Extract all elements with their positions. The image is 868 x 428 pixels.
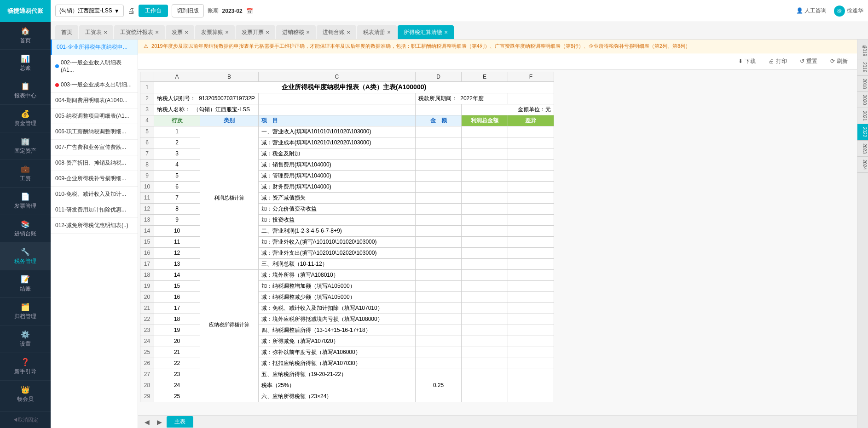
close-tab-sales-audit[interactable]: ✕ <box>306 30 310 35</box>
year-2022[interactable]: 2022 <box>857 124 868 140</box>
sidebar-item-finance[interactable]: 💰 资金管理 <box>0 105 51 132</box>
item-cell[interactable]: 四、纳税调整后所得（13-14+15-16-17+18） <box>258 325 415 336</box>
item-cell[interactable]: 六、应纳所得税额（23×24） <box>258 391 415 402</box>
item-cell[interactable]: 减：营业外支出(填写A102010\102020\103000) <box>258 247 415 258</box>
sub-item-012[interactable]: 012-减免所得税优惠明细表(..) <box>51 218 138 234</box>
sidebar-item-tax[interactable]: 🔧 税务管理 <box>0 243 51 270</box>
app-logo: 畅捷通易代账 <box>0 0 51 22</box>
sidebar-item-guide[interactable]: ❓ 新手引导 <box>0 353 51 381</box>
print-icon[interactable]: 🖨 <box>127 7 135 15</box>
sub-item-011[interactable]: 011-研发费用加计扣除优惠... <box>51 202 138 218</box>
item-cell[interactable]: 减：所得减免（填写A107020） <box>258 336 415 347</box>
work-button[interactable]: 工作台 <box>139 5 168 17</box>
close-tab-invoice-issue[interactable]: ✕ <box>266 30 269 35</box>
close-tab-sales-ledger[interactable]: ✕ <box>347 30 350 35</box>
sub-item-006[interactable]: 006-职工薪酬纳税调整明细... <box>51 124 138 140</box>
item-cell[interactable]: 加：营业外收入(填写A101010\101020\103000) <box>258 236 415 247</box>
item-cell[interactable]: 减：资产减值损失 <box>258 192 415 203</box>
item-cell[interactable]: 减：税金及附加 <box>258 148 415 159</box>
year-2021[interactable]: 2021 <box>857 108 868 124</box>
row-num-3: 3 <box>140 104 154 115</box>
close-tab-tax-list[interactable]: ✕ <box>387 30 391 35</box>
item-cell[interactable]: 减：境外应税所得抵减境内亏损（填写A108000） <box>258 314 415 325</box>
item-cell[interactable]: 税率（25%） <box>258 380 415 391</box>
sub-item-001[interactable]: 001-企业所得税年度纳税申... <box>51 40 138 55</box>
header-leibie: 类别 <box>200 115 258 126</box>
sub-item-label: 005-纳税调整项目明细表(A1... <box>55 112 129 120</box>
tab-payroll-stats[interactable]: 工资统计报表 ✕ <box>114 25 165 39</box>
sidebar-item-payroll[interactable]: 💼 工资 <box>0 160 51 188</box>
sidebar-item-home[interactable]: 🏠 首页 <box>0 22 51 50</box>
sidebar-item-closing[interactable]: 📝 结账 <box>0 270 51 298</box>
year-2023[interactable]: 2023 <box>857 141 868 157</box>
sub-item-005[interactable]: 005-纳税调整项目明细表(A1... <box>51 108 138 124</box>
item-cell[interactable]: 减：财务费用(填写A104000) <box>258 181 415 192</box>
sub-item-009[interactable]: 009-企业所得税补亏损明细... <box>51 171 138 187</box>
year-2016[interactable]: 2016 <box>857 59 868 75</box>
close-tab-invoice[interactable]: ✕ <box>185 30 188 35</box>
year-2020[interactable]: 2020 <box>857 92 868 108</box>
sidebar-item-invoice[interactable]: 📄 发票管理 <box>0 188 51 215</box>
year-2024[interactable]: 2024 <box>857 157 868 173</box>
service-label[interactable]: 👤 人工咨询 <box>796 7 827 15</box>
download-button[interactable]: ⬇ 下载 <box>735 56 759 67</box>
tab-home[interactable]: 首页 <box>55 25 78 39</box>
close-tab-payroll-stats[interactable]: ✕ <box>155 30 159 35</box>
year-2018[interactable]: 2018 <box>857 76 868 92</box>
refresh-button[interactable]: ⟳ 刷新 <box>827 56 851 67</box>
item-cell[interactable]: 减：销售费用(填写A104000) <box>258 159 415 170</box>
table-row: 29 25 六、应纳所得税额（23×24） <box>140 391 554 402</box>
item-cell[interactable]: 减：抵扣应纳税所得额（填写A107030） <box>258 358 415 369</box>
item-cell[interactable]: 二、营业利润(1-2-3-4-5-6-7-8+9) <box>258 225 415 236</box>
sidebar-item-settings[interactable]: ⚙️ 设置 <box>0 325 51 353</box>
sub-item-010[interactable]: 010-免税、减计收入及加计... <box>51 187 138 202</box>
switch-version-button[interactable]: 切到旧版 <box>172 4 204 17</box>
tab-payroll[interactable]: 工资表 ✕ <box>79 25 113 39</box>
table-row: 18 14 应纳税所得额计算 减：境外所得（填写A108010） <box>140 269 554 280</box>
close-tab-payroll[interactable]: ✕ <box>104 30 107 35</box>
sidebar-item-assets[interactable]: 🏢 固定资产 <box>0 132 51 160</box>
currency-label: 金额单位：元 <box>462 104 554 115</box>
sidebar-item-archive[interactable]: 🗂️ 归档管理 <box>0 298 51 325</box>
sub-item-002[interactable]: 002-一般企业收入明细表(A1... <box>51 55 138 77</box>
item-cell[interactable]: 加：投资收益 <box>258 214 415 225</box>
sub-item-004[interactable]: 004-期间费用明细表(A1040... <box>51 93 138 108</box>
sub-item-008[interactable]: 008-资产折旧、摊销及纳税... <box>51 155 138 171</box>
item-cell[interactable]: 加：公允价值变动收益 <box>258 203 415 214</box>
tab-invoice[interactable]: 发票 ✕ <box>166 25 194 39</box>
sheet-nav-prev[interactable]: ◀ <box>142 417 152 427</box>
print-button[interactable]: 🖨 打印 <box>765 56 791 67</box>
item-cell[interactable]: 减：营业成本(填写A102010\102020\103000) <box>258 137 415 148</box>
item-cell[interactable]: 减：管理费用(填写A104000) <box>258 170 415 181</box>
sub-item-003[interactable]: 003-一般企业成本支出明细... <box>51 77 138 93</box>
tab-tax-list[interactable]: 税表清册 ✕ <box>357 25 397 39</box>
sidebar-item-reports[interactable]: 📋 报表中心 <box>0 77 51 105</box>
item-cell[interactable]: 五、应纳税所得额（19-20-21-22） <box>258 369 415 380</box>
sidebar-item-sales[interactable]: 📚 进销台账 <box>0 215 51 243</box>
item-cell[interactable]: 减：弥补以前年度亏损（填写A106000） <box>258 347 415 358</box>
close-tab-income-tax[interactable]: ✕ <box>444 30 448 35</box>
settings-icon: ⚙️ <box>21 330 30 339</box>
rate-value[interactable]: 0.25 <box>415 380 461 391</box>
item-cell[interactable]: 一、营业收入(填写A101010\101020\103000) <box>258 126 415 137</box>
item-cell[interactable]: 减：境外所得（填写A108010） <box>258 269 415 280</box>
sidebar-item-member[interactable]: 👑 畅会员 <box>0 381 51 408</box>
tab-invoice-issue[interactable]: 发票开票 ✕ <box>236 25 275 39</box>
item-cell[interactable]: 减：纳税调整减少额（填写A105000） <box>258 291 415 302</box>
tab-sales-ledger[interactable]: 进销台账 ✕ <box>317 25 356 39</box>
year-2019[interactable]: 2019 <box>857 43 868 59</box>
item-cell[interactable]: 三、利润总额（10-11-12） <box>258 258 415 269</box>
sheet-nav-next[interactable]: ▶ <box>154 417 165 427</box>
tab-sales-audit[interactable]: 进销稽核 ✕ <box>276 25 316 39</box>
tab-income-tax[interactable]: 所得税汇算清缴 ✕ <box>398 25 454 39</box>
sub-item-007[interactable]: 007-广告费和业务宣传费跌... <box>51 140 138 155</box>
item-cell[interactable]: 加：纳税调整增加额（填写A105000） <box>258 280 415 291</box>
company-selector[interactable]: (勾销）江西服宝-LSS ▼ <box>55 5 124 17</box>
sidebar-toggle[interactable]: ◀取消固定 <box>0 411 51 428</box>
sheet-tab-main[interactable]: 主表 <box>167 416 193 428</box>
sidebar-item-ledger[interactable]: 📊 总账 <box>0 50 51 77</box>
reset-button[interactable]: ↺ 重置 <box>796 56 821 67</box>
close-tab-invoice-calc[interactable]: ✕ <box>225 30 229 35</box>
tab-invoice-calc[interactable]: 发票算账 ✕ <box>195 25 235 39</box>
item-cell[interactable]: 减：免税、减计收入及加计扣除（填写A107010） <box>258 302 415 314</box>
